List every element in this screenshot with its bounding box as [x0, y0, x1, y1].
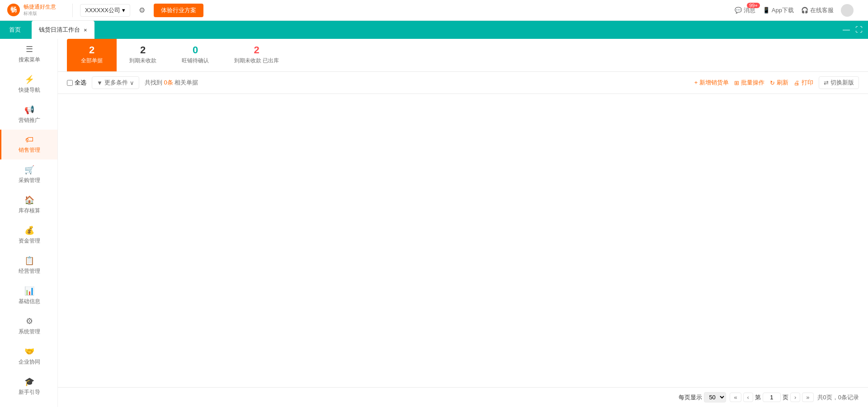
enterprise-icon: 🤝 — [24, 346, 34, 356]
avatar[interactable] — [841, 4, 854, 17]
refresh-button[interactable]: ↻ 刷新 — [770, 79, 788, 87]
sidebar-item-operations[interactable]: 📋 经营管理 — [0, 250, 57, 281]
stat-label-wangpu: 旺铺待确认 — [182, 57, 209, 65]
logo-icon: 畅 — [7, 4, 20, 16]
logo-divider — [72, 4, 73, 17]
first-page-button[interactable]: « — [730, 393, 741, 402]
sidebar-item-appstore[interactable]: 📦 应用中心 — [0, 402, 57, 407]
sidebar: ☰ 搜索菜单 ⚡ 快捷导航 📢 营销推广 🏷 销售管理 🛒 采购管理 🏠 库存核… — [0, 39, 58, 407]
sidebar-item-label-purchase: 采购管理 — [19, 177, 40, 184]
message-button[interactable]: 💬 消息 99+ — [735, 6, 755, 14]
logo-text-area: 畅捷通好生意 标准版 — [24, 4, 56, 16]
sidebar-item-system[interactable]: ⚙ 系统管理 — [0, 311, 57, 341]
sidebar-item-marketing[interactable]: 📢 营销推广 — [0, 99, 57, 130]
page-size-select: 每页显示 50 — [679, 392, 726, 402]
operations-icon: 📋 — [24, 256, 34, 266]
found-prefix: 共找到 — [145, 79, 162, 86]
refresh-icon: ↻ — [770, 80, 775, 86]
tab-bar-actions: — ⛶ — [843, 26, 868, 34]
expand-icon[interactable]: ⛶ — [855, 26, 863, 34]
filter-dropdown-icon: ∨ — [130, 80, 134, 86]
logo-text: 畅捷通好生意 — [24, 4, 56, 10]
stat-num-overdue: 2 — [140, 44, 146, 56]
stat-label-overdue: 到期未收款 — [129, 57, 156, 65]
minimize-icon[interactable]: — — [843, 26, 850, 34]
found-text: 共找到 0条 相关单据 — [145, 79, 198, 87]
sidebar-item-label-finance: 资金管理 — [19, 237, 40, 245]
sidebar-item-guide[interactable]: 🎓 新手引导 — [0, 371, 57, 402]
toolbar: 全选 ▼ 更多条件 ∨ 共找到 0条 相关单据 + 新增销货单 ⊞ 批量操作 — [58, 72, 868, 94]
settings-icon[interactable]: ⚙ — [136, 4, 148, 17]
stat-label-all: 全部单据 — [81, 57, 103, 65]
page-nav: « ‹ 第 页 › » — [730, 393, 813, 402]
sidebar-item-inventory[interactable]: 🏠 库存核算 — [0, 190, 57, 220]
switch-version-button[interactable]: ⇄ 切换新版 — [819, 76, 859, 89]
logo-area: 畅 畅捷通好生意 标准版 — [7, 4, 65, 16]
tab-bar: 首页 钱货日清工作台 × — ⛶ — [0, 21, 868, 39]
batch-button[interactable]: ⊞ 批量操作 — [734, 79, 764, 87]
sidebar-item-basicinfo[interactable]: 📊 基础信息 — [0, 281, 57, 311]
header-right: 💬 消息 99+ 📱 App下载 🎧 在线客服 — [735, 4, 861, 17]
company-name: XXXXXX公司 — [85, 6, 120, 14]
online-service-button[interactable]: 🎧 在线客服 — [801, 6, 834, 14]
page-label: 第 — [755, 393, 761, 402]
sidebar-item-enterprise[interactable]: 🤝 企业协同 — [0, 341, 57, 371]
switch-label: 切换新版 — [830, 79, 854, 87]
sidebar-item-label-operations: 经营管理 — [19, 267, 40, 275]
toolbar-left: 全选 ▼ 更多条件 ∨ 共找到 0条 相关单据 — [67, 76, 689, 89]
table-area — [58, 94, 868, 387]
print-button[interactable]: 🖨 打印 — [794, 79, 813, 87]
marketing-icon: 📢 — [24, 105, 34, 115]
tab-home[interactable]: 首页 — [0, 21, 30, 39]
finance-icon: 💰 — [24, 225, 34, 235]
found-suffix: 相关单据 — [175, 79, 198, 86]
per-page-selector[interactable]: 50 — [704, 392, 726, 402]
stat-tab-overdue[interactable]: 2 到期未收款 — [117, 39, 169, 71]
per-page-label: 每页显示 — [679, 393, 702, 402]
app-download-button[interactable]: 📱 App下载 — [763, 6, 794, 14]
message-badge: 99+ — [747, 3, 760, 8]
pagination: 每页显示 50 « ‹ 第 页 › » 共0页，0条记录 — [58, 387, 868, 407]
toolbar-right: + 新增销货单 ⊞ 批量操作 ↻ 刷新 🖨 打印 ⇄ 切换新版 — [694, 76, 859, 89]
last-page-button[interactable]: » — [802, 393, 813, 402]
stat-num-wangpu: 0 — [193, 44, 198, 56]
logo-sub: 标准版 — [24, 10, 56, 17]
page-total: 共0页，0条记录 — [817, 393, 859, 402]
sidebar-item-quicknav[interactable]: ⚡ 快捷导航 — [0, 69, 57, 99]
next-page-button[interactable]: › — [790, 393, 800, 402]
sidebar-item-sales[interactable]: 🏷 销售管理 — [0, 130, 57, 159]
sidebar-item-label-search: 搜索菜单 — [19, 56, 40, 64]
system-icon: ⚙ — [26, 316, 33, 326]
sidebar-item-label-marketing: 营销推广 — [19, 117, 40, 124]
main-layout: ☰ 搜索菜单 ⚡ 快捷导航 📢 营销推广 🏷 销售管理 🛒 采购管理 🏠 库存核… — [0, 39, 868, 407]
select-all-input[interactable] — [67, 80, 73, 86]
filter-icon: ▼ — [97, 80, 103, 86]
select-all-label: 全选 — [75, 79, 86, 87]
download-icon: 📱 — [763, 7, 770, 14]
page-suffix: 页 — [783, 393, 788, 402]
stat-label-shipped: 到期未收款 已出库 — [234, 57, 279, 65]
stat-tab-wangpu[interactable]: 0 旺铺待确认 — [169, 39, 222, 71]
add-sale-button[interactable]: + 新增销货单 — [694, 79, 729, 87]
app-download-label: App下载 — [772, 6, 794, 14]
company-selector[interactable]: XXXXXX公司 ▾ — [80, 4, 130, 17]
sidebar-item-finance[interactable]: 💰 资金管理 — [0, 220, 57, 250]
stats-tabs: 2 全部单据 2 到期未收款 0 旺铺待确认 2 到期未收款 已出库 — [58, 39, 868, 72]
page-input[interactable] — [763, 393, 781, 402]
trial-button[interactable]: 体验行业方案 — [154, 4, 203, 17]
tab-active[interactable]: 钱货日清工作台 × — [32, 21, 94, 39]
sidebar-item-search[interactable]: ☰ 搜索菜单 — [0, 39, 57, 69]
print-icon: 🖨 — [794, 80, 800, 86]
sidebar-item-label-system: 系统管理 — [19, 328, 40, 336]
sidebar-item-purchase[interactable]: 🛒 采购管理 — [0, 159, 57, 190]
prev-page-button[interactable]: ‹ — [743, 393, 753, 402]
stat-tab-shipped[interactable]: 2 到期未收款 已出库 — [222, 39, 292, 71]
select-all-checkbox[interactable]: 全选 — [67, 79, 86, 87]
batch-icon: ⊞ — [734, 80, 739, 86]
stat-tab-all[interactable]: 2 全部单据 — [67, 39, 117, 71]
online-service-label: 在线客服 — [810, 6, 834, 14]
filter-button[interactable]: ▼ 更多条件 ∨ — [92, 76, 139, 89]
sidebar-item-label-quicknav: 快捷导航 — [19, 86, 40, 94]
purchase-icon: 🛒 — [24, 165, 34, 175]
tab-close-icon[interactable]: × — [84, 27, 87, 33]
